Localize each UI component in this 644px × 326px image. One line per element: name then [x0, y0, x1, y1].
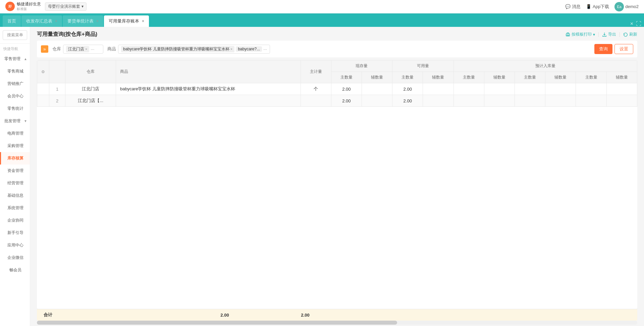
print-btn[interactable]: 按模板打印 ▾: [566, 32, 595, 37]
sidebar-item-retail-stats[interactable]: 零售统计: [0, 102, 30, 115]
sidebar-item-finance[interactable]: 资金管理: [0, 165, 30, 177]
sidebar-item-basic-info[interactable]: 基础信息: [0, 189, 30, 202]
industry-label: 母婴行业演示账套: [48, 4, 80, 9]
td-current-main-2: 2.00: [331, 95, 362, 107]
tab-summary[interactable]: 收发存汇总表 ×: [21, 15, 62, 27]
sidebar-nav-label: 快捷导航: [0, 44, 30, 53]
product-filter: 商品 babycare学饮杯 儿童防摔防撞吸管杯重力球吸嘴杯宝宝水杯 × bab…: [107, 45, 270, 54]
th-sub-1-sub: 辅数量: [545, 72, 576, 83]
app-download-btn[interactable]: 📱 App下载: [586, 4, 609, 10]
sidebar-item-enterprise-coop[interactable]: 企业协同: [0, 214, 30, 227]
td-prod-main-2: [576, 95, 606, 107]
td-seq-1: 1: [49, 83, 65, 95]
main-layout: 搜索菜单 快捷导航 零售管理 ▲ 零售商城 营销推广 会员中心 零售统计 批发管…: [0, 27, 644, 326]
td-product-1: babycare学饮杯 儿童防摔防撞吸管杯重力球吸嘴杯宝宝水杯: [116, 83, 301, 95]
sidebar-item-ecommerce-label: 电商管理: [7, 131, 23, 136]
refresh-btn[interactable]: 刷新: [623, 32, 637, 37]
messages-btn[interactable]: 💬 消息: [565, 4, 581, 10]
td-pur-sub-1: [484, 83, 515, 95]
page-header: 可用量查询(按仓库+商品) 按模板打印 ▾ 导出 刷新: [30, 27, 644, 41]
th-current-main: 主数量: [331, 72, 362, 83]
sidebar-item-purchase[interactable]: 采购管理: [0, 140, 30, 152]
fullscreen-icon[interactable]: ⛶: [636, 21, 641, 27]
export-label: 导出: [608, 32, 616, 37]
sidebar-item-inventory[interactable]: 库存核算: [0, 152, 30, 165]
close-all-tabs-icon[interactable]: ×: [630, 21, 633, 27]
expand-filter-btn[interactable]: »: [41, 45, 48, 53]
product-tag-1-close[interactable]: ×: [230, 47, 232, 51]
warehouse-tag-close[interactable]: ×: [85, 47, 87, 51]
divider2: [620, 32, 620, 37]
td-current-sub-1: [362, 83, 392, 95]
product-filter-value[interactable]: babycare学饮杯 儿童防摔防撞吸管杯重力球吸嘴杯宝宝水杯 × babyca…: [118, 45, 270, 54]
sidebar-item-wholesale[interactable]: 批发管理 ▼: [0, 115, 30, 127]
sidebar-item-system[interactable]: 系统管理: [0, 202, 30, 214]
top-bar-right: 💬 消息 📱 App下载 Ea demo2: [565, 2, 639, 11]
th-avail-sub: 辅数量: [423, 72, 453, 83]
table-header-group-row: ⚙ 仓库 商品 主计量 现存量 可用量 预计入库量: [37, 60, 637, 72]
tab-available-stock-close[interactable]: ×: [142, 19, 144, 24]
chevron-up-icon: ▲: [24, 57, 27, 61]
total-label: 合计: [44, 312, 205, 318]
tab-home[interactable]: 首页: [3, 15, 21, 27]
td-inc-main-1: [515, 83, 545, 95]
sidebar-item-marketing[interactable]: 营销推广: [0, 78, 30, 90]
logo-sub: 标准版: [17, 7, 41, 11]
user-profile[interactable]: Ea demo2: [614, 2, 639, 11]
th-forecast-group: 预计入库量: [453, 60, 637, 72]
product-more-icon[interactable]: ···: [263, 47, 267, 52]
td-warehouse-1: 江北门店: [65, 83, 116, 95]
page-header-actions: 按模板打印 ▾ 导出 刷新: [566, 32, 637, 37]
sidebar-item-app-center[interactable]: 应用中心: [0, 239, 30, 251]
sidebar-search: 搜索菜单: [0, 27, 30, 44]
th-sub-0-main: 主数量: [453, 72, 484, 83]
warehouse-filter-value[interactable]: 江北门店 × ···: [63, 45, 103, 54]
filter-bar: » 仓库 江北门店 × ··· 商品 babycare学饮杯 儿童防摔防撞吸管杯…: [37, 41, 637, 57]
search-menu-btn[interactable]: 搜索菜单: [3, 30, 27, 40]
sidebar: 搜索菜单 快捷导航 零售管理 ▲ 零售商城 营销推广 会员中心 零售统计 批发管…: [0, 27, 30, 326]
scroll-thumb[interactable]: [37, 321, 397, 325]
sidebar-item-retail-mall-label: 零售商城: [7, 69, 23, 74]
query-btn[interactable]: 查询: [594, 44, 612, 54]
export-btn[interactable]: 导出: [602, 32, 616, 37]
tab-summary-close[interactable]: ×: [55, 19, 57, 24]
sidebar-item-enterprise-wechat[interactable]: 企业微信: [0, 251, 30, 264]
tab-order-stats[interactable]: 要货单统计表 ×: [63, 15, 103, 27]
logo-icon: 好: [5, 2, 15, 11]
td-pur-sub-2: [484, 95, 515, 107]
horizontal-scrollbar[interactable]: [37, 321, 637, 325]
footer-bar: 合计 2.00 2.00: [37, 309, 637, 321]
th-avail-main: 主数量: [392, 72, 423, 83]
sidebar-item-member[interactable]: 畅会员: [0, 264, 30, 276]
logo-text-block: 畅捷通好生意 标准版: [17, 2, 41, 11]
sidebar-item-operations[interactable]: 经营管理: [0, 177, 30, 189]
svg-rect-1: [567, 35, 569, 36]
product-tag-2: babycare?...: [236, 46, 262, 52]
sidebar-item-enterprise-wechat-label: 企业微信: [7, 255, 23, 260]
industry-selector[interactable]: 母婴行业演示账套 ▾: [45, 2, 87, 11]
tab-available-stock[interactable]: 可用量库存账本 ×: [104, 15, 149, 27]
print-chevron-icon: ▾: [593, 32, 595, 37]
sidebar-item-retail-mall[interactable]: 零售商城: [0, 65, 30, 78]
td-pur-main-2: [453, 95, 484, 107]
setting-btn[interactable]: 设置: [614, 44, 633, 54]
column-settings-icon[interactable]: ⚙: [41, 69, 45, 74]
sidebar-item-member-center[interactable]: 会员中心: [0, 90, 30, 102]
sidebar-item-retail-mgmt[interactable]: 零售管理 ▲: [0, 53, 30, 65]
product-tag-1: babycare学饮杯 儿童防摔防撞吸管杯重力球吸嘴杯宝宝水杯 ×: [121, 46, 234, 52]
tab-order-stats-label: 要货单统计表: [67, 18, 94, 24]
content-area: 可用量查询(按仓库+商品) 按模板打印 ▾ 导出 刷新: [30, 27, 644, 326]
td-current-main-1: 2.00: [331, 83, 362, 95]
td-pur-main-1: [453, 83, 484, 95]
warehouse-more-icon[interactable]: ···: [91, 47, 94, 52]
logo-area: 好 畅捷通好生意 标准版: [5, 2, 41, 11]
sidebar-item-ecommerce[interactable]: 电商管理: [0, 127, 30, 140]
sidebar-item-purchase-label: 采购管理: [7, 143, 23, 148]
th-seq: [49, 60, 65, 83]
tab-order-stats-close[interactable]: ×: [96, 19, 99, 24]
sidebar-item-new-guide[interactable]: 新手引导: [0, 227, 30, 239]
td-inc-main-2: [515, 95, 545, 107]
td-avail-main-1: 2.00: [392, 83, 423, 95]
table-row: 2 江北门店【... 2.00 2.00: [37, 95, 637, 107]
warehouse-tag: 江北门店 ×: [66, 46, 89, 52]
